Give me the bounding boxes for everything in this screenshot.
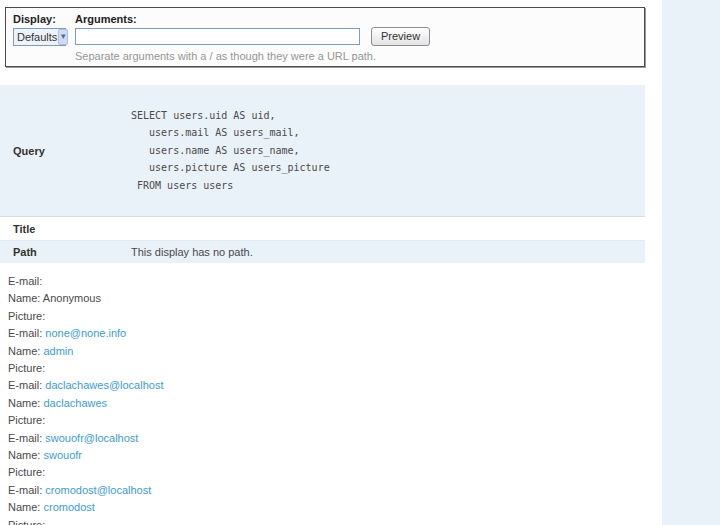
page: Display: Defaults ▼ Arguments: Preview S… <box>0 0 720 525</box>
name-line: Name: cromodost <box>8 499 662 516</box>
display-select-value: Defaults <box>14 29 57 45</box>
preview-button[interactable]: Preview <box>371 27 430 46</box>
picture-line: Picture: <box>8 464 662 481</box>
arguments-control: Arguments: Preview Separate arguments wi… <box>75 12 634 62</box>
email-field-label: E-mail: <box>8 327 42 339</box>
user-result-row: E-mail: cromodost@localhost Name: cromod… <box>8 482 662 525</box>
email-field-label: E-mail: <box>8 484 42 496</box>
picture-line: Picture: <box>8 308 662 325</box>
name-line: Name: Anonymous <box>8 290 662 307</box>
title-row: Title <box>0 217 645 241</box>
query-sql: SELECT users.uid AS uid, users.mail AS u… <box>131 107 645 195</box>
user-email-link[interactable]: swouofr@localhost <box>45 432 138 444</box>
picture-field-label: Picture: <box>8 519 45 525</box>
user-result-row: E-mail: none@none.info Name: admin Pictu… <box>8 325 662 377</box>
email-line: E-mail: swouofr@localhost <box>8 430 662 447</box>
picture-field-label: Picture: <box>8 362 45 374</box>
content-area: Display: Defaults ▼ Arguments: Preview S… <box>0 0 662 525</box>
chevron-down-icon: ▼ <box>58 29 68 45</box>
user-name-link[interactable]: cromodost <box>43 501 94 513</box>
email-line: E-mail: <box>8 273 662 290</box>
email-field-label: E-mail: <box>8 432 42 444</box>
picture-field-label: Picture: <box>8 310 45 322</box>
email-field-label: E-mail: <box>8 275 42 287</box>
name-field-label: Name: <box>8 397 40 409</box>
display-label: Display: <box>13 12 75 26</box>
picture-field-label: Picture: <box>8 414 45 426</box>
arguments-help-text: Separate arguments with a / as though th… <box>75 50 634 63</box>
email-field-label: E-mail: <box>8 379 42 391</box>
arguments-input[interactable] <box>75 28 360 45</box>
picture-field-label: Picture: <box>8 466 45 478</box>
title-label: Title <box>0 217 123 241</box>
user-name-text: Anonymous <box>43 292 101 304</box>
user-result-row: E-mail: swouofr@localhost Name: swouofr … <box>8 430 662 482</box>
name-line: Name: admin <box>8 343 662 360</box>
user-email-link[interactable]: cromodost@localhost <box>45 484 151 496</box>
name-field-label: Name: <box>8 345 40 357</box>
name-field-label: Name: <box>8 449 40 461</box>
email-line: E-mail: daclachawes@localhost <box>8 377 662 394</box>
preview-info-table: Query SELECT users.uid AS uid, users.mai… <box>0 85 645 263</box>
user-result-row: E-mail: Name: Anonymous Picture: <box>8 273 662 325</box>
display-select[interactable]: Defaults ▼ <box>13 28 66 46</box>
user-name-link[interactable]: swouofr <box>43 449 82 461</box>
name-line: Name: daclachawes <box>8 395 662 412</box>
user-name-link[interactable]: admin <box>43 345 73 357</box>
name-field-label: Name: <box>8 501 40 513</box>
display-control: Display: Defaults ▼ <box>13 12 75 62</box>
query-label: Query <box>0 85 123 217</box>
user-result-row: E-mail: daclachawes@localhost Name: dacl… <box>8 377 662 429</box>
picture-line: Picture: <box>8 360 662 377</box>
email-line: E-mail: none@none.info <box>8 325 662 342</box>
picture-line: Picture: <box>8 517 662 525</box>
user-name-link[interactable]: daclachawes <box>43 397 107 409</box>
arguments-label: Arguments: <box>75 12 634 26</box>
user-email-link[interactable]: daclachawes@localhost <box>45 379 163 391</box>
email-line: E-mail: cromodost@localhost <box>8 482 662 499</box>
name-field-label: Name: <box>8 292 40 304</box>
preview-controls-box: Display: Defaults ▼ Arguments: Preview S… <box>5 7 645 67</box>
path-row: Path This display has no path. <box>0 241 645 264</box>
title-value <box>123 217 645 241</box>
view-results-list: E-mail: Name: Anonymous Picture: E-mail:… <box>0 273 662 525</box>
user-email-link[interactable]: none@none.info <box>45 327 126 339</box>
query-row: Query SELECT users.uid AS uid, users.mai… <box>0 85 645 217</box>
picture-line: Picture: <box>8 412 662 429</box>
path-value: This display has no path. <box>123 241 645 264</box>
name-line: Name: swouofr <box>8 447 662 464</box>
path-label: Path <box>0 241 123 264</box>
